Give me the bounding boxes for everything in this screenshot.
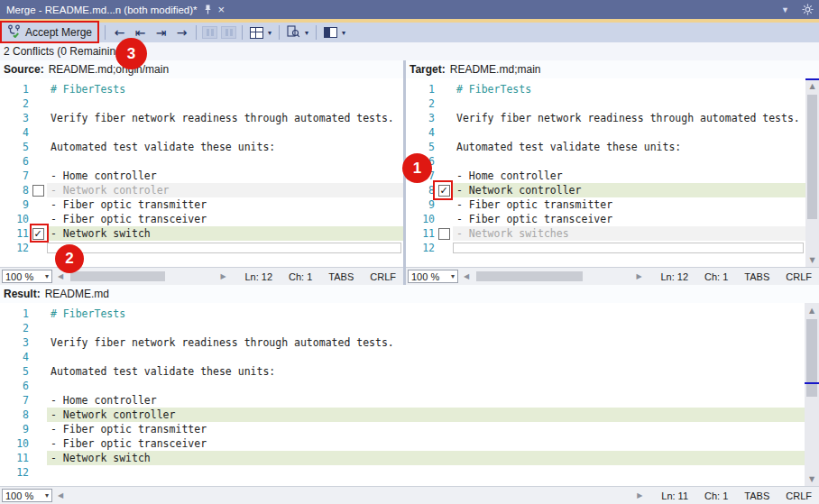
view-mode-button[interactable]: ▾ — [320, 23, 349, 42]
code-text: Verify fiber network readiness through a… — [51, 112, 394, 124]
tabs-indicator: TABS — [328, 271, 354, 282]
scroll-right-arrow[interactable]: ▶ — [634, 491, 645, 499]
line-body: # FiberTests — [453, 82, 805, 96]
editor-line: 1# FiberTests — [0, 82, 403, 96]
line-body: - Network controler — [47, 183, 403, 197]
zoom-level-select[interactable]: 100 % ▾ — [2, 489, 52, 502]
scroll-down-arrow[interactable]: ▼ — [805, 475, 819, 483]
target-editor[interactable]: ▲ ▼ 1# FiberTests23Verify fiber network … — [406, 78, 819, 267]
toolbar-separator — [279, 25, 280, 40]
horizontal-scrollbar[interactable] — [67, 490, 633, 501]
source-status-bar: 100 % ▾ ◀ ▶ Ln: 12 Ch: 1 TABS CRLF — [0, 267, 403, 285]
next-difference-button[interactable]: → — [171, 23, 192, 42]
vertical-scrollbar[interactable]: ▲ ▼ — [805, 78, 819, 267]
code-text: - Fiber optic transceiver — [51, 213, 207, 225]
scroll-right-arrow[interactable]: ▶ — [633, 272, 644, 280]
accept-merge-button[interactable]: Accept Merge — [0, 23, 101, 42]
conflicts-status-bar: 2 Conflicts (0 Remaining) — [0, 42, 819, 60]
scrollbar-thumb[interactable] — [70, 271, 165, 281]
line-body: - Home controller — [453, 169, 805, 183]
eol-indicator: CRLF — [370, 271, 396, 282]
editor-line: 1# FiberTests — [0, 307, 805, 321]
editor-line: 12 — [406, 241, 805, 255]
merge-checkbox[interactable] — [438, 228, 450, 240]
scrollbar-caret-marker — [805, 78, 819, 80]
scrollbar-thumb[interactable] — [806, 319, 817, 397]
scrollbar-thumb[interactable] — [476, 271, 583, 281]
layout-grid-button[interactable]: ▾ — [246, 23, 275, 42]
horizontal-scrollbar[interactable] — [67, 270, 216, 282]
result-editor[interactable]: ▲ ▼ 1# FiberTests23Verify fiber network … — [0, 303, 819, 486]
line-indicator: Ln: 12 — [244, 271, 272, 282]
line-body: Verify fiber network readiness through a… — [47, 111, 403, 125]
editor-line: 11✓- Network switch — [0, 226, 403, 241]
chevron-down-icon[interactable]: ▼ — [781, 5, 789, 14]
line-number: 12 — [406, 242, 435, 254]
two-column-inline-view-icon — [221, 26, 236, 39]
line-number: 10 — [0, 213, 29, 225]
conflicts-status-text: 2 Conflicts (0 Remaining) — [4, 45, 125, 58]
document-tab[interactable]: Merge - README.md...n (both modified)* × — [0, 0, 231, 19]
eol-indicator: CRLF — [786, 490, 812, 501]
line-body — [47, 154, 403, 169]
checkbox-column: ✓ — [29, 228, 47, 240]
code-text: # FiberTests — [51, 83, 125, 96]
editor-line: 2 — [0, 321, 805, 335]
line-number: 8 — [0, 408, 29, 421]
close-icon[interactable]: × — [218, 4, 225, 15]
editor-line: 6 — [0, 379, 805, 393]
column-indicator: Ch: 1 — [704, 490, 728, 501]
editor-line: 5Automated test validate these units: — [406, 140, 805, 154]
editor-line: 10- Fiber optic transceiver — [406, 212, 805, 226]
column-indicator: Ch: 1 — [289, 271, 312, 282]
pin-icon[interactable] — [204, 5, 212, 14]
toolbar-separator — [316, 25, 317, 40]
scroll-left-arrow[interactable]: ◀ — [461, 272, 472, 280]
line-number: 3 — [406, 112, 435, 124]
code-text: - Network switch — [51, 227, 151, 240]
editor-line: 7- Home controller — [406, 169, 805, 183]
line-number: 1 — [0, 307, 29, 320]
next-conflict-button[interactable]: ⇥ — [151, 23, 171, 42]
scroll-up-arrow[interactable]: ▲ — [805, 82, 819, 90]
editor-line: 7- Home controller — [0, 169, 403, 183]
line-number: 3 — [0, 336, 29, 349]
line-body: - Network switch — [47, 451, 805, 465]
editor-line: 10- Fiber optic transceiver — [0, 212, 403, 226]
scroll-right-arrow[interactable]: ▶ — [217, 272, 228, 280]
scrollbar-caret-marker — [805, 382, 819, 384]
scroll-left-arrow[interactable]: ◀ — [55, 272, 66, 280]
zoom-level-select[interactable]: 100 % ▾ — [408, 270, 458, 283]
result-pane-label: Result: — [4, 288, 41, 300]
scroll-up-arrow[interactable]: ▲ — [805, 307, 819, 315]
line-body — [453, 154, 805, 169]
editor-line: 8- Network controller — [0, 408, 805, 422]
horizontal-scrollbar[interactable] — [473, 270, 632, 282]
code-text: Verify fiber network readiness through a… — [456, 112, 800, 124]
previous-conflict-button[interactable]: ⇤ — [130, 23, 151, 42]
preview-zoom-button[interactable]: ▾ — [283, 23, 312, 42]
line-number: 11 — [0, 452, 29, 464]
line-number: 2 — [0, 322, 29, 334]
merge-checkbox[interactable] — [32, 185, 44, 197]
scroll-left-arrow[interactable]: ◀ — [55, 491, 66, 499]
zoom-level-value: 100 % — [5, 271, 33, 282]
toolbar-separator — [242, 25, 243, 40]
scroll-down-arrow[interactable]: ▼ — [805, 256, 819, 264]
vertical-scrollbar[interactable]: ▲ ▼ — [805, 303, 819, 486]
line-number: 7 — [0, 394, 29, 407]
merge-checkbox[interactable]: ✓ — [32, 228, 44, 240]
previous-difference-button[interactable]: ← — [109, 23, 130, 42]
merge-checkbox[interactable]: ✓ — [438, 185, 450, 197]
toolbar-separator — [105, 25, 106, 40]
editor-line: 5Automated test validate these units: — [0, 140, 403, 154]
line-number: 12 — [0, 466, 29, 479]
zoom-level-select[interactable]: 100 % ▾ — [2, 270, 52, 283]
scrollbar-thumb[interactable] — [807, 95, 817, 219]
code-text: - Home controller — [51, 170, 157, 182]
line-body: # FiberTests — [47, 82, 403, 96]
split-view-icon — [324, 27, 337, 38]
source-editor[interactable]: 1# FiberTests23Verify fiber network read… — [0, 78, 403, 267]
chevron-down-icon: ▾ — [268, 29, 271, 37]
gear-icon[interactable] — [802, 4, 814, 15]
